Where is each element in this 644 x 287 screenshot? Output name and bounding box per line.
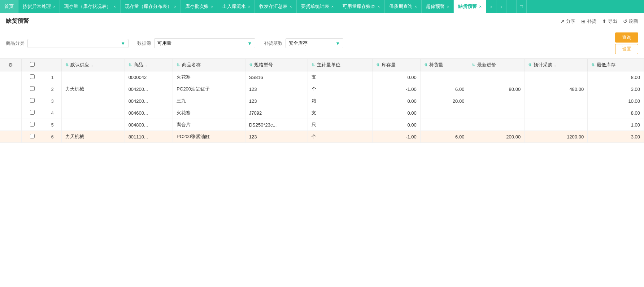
- row-number: 1: [43, 71, 61, 83]
- filter-bar: 商品分类 ▼ 数据源 可用量 ▼ 补货基数 安全库存 ▼ 查询 设置: [0, 28, 644, 59]
- row-number: 2: [43, 83, 61, 95]
- tab-overstock[interactable]: 超储预警 ×: [422, 0, 454, 13]
- row-stock-qty: 0.00: [373, 95, 421, 107]
- select-all-checkbox[interactable]: [30, 62, 35, 67]
- settings-button[interactable]: 设置: [615, 44, 638, 54]
- col-replenish-qty[interactable]: ⇅ 补货量: [420, 59, 468, 71]
- row-default-supplier: [61, 119, 125, 131]
- col-estimated-purchase[interactable]: ⇅ 预计采购...: [525, 59, 588, 71]
- tab-maximize-btn[interactable]: □: [517, 0, 527, 13]
- row-checkbox[interactable]: [30, 134, 35, 138]
- close-shortage-tab[interactable]: ×: [479, 4, 481, 9]
- table-row: 2 力天机械 004200... PC200油缸缸子 123 个 -1.00 6…: [0, 83, 644, 95]
- row-checkbox[interactable]: [30, 122, 35, 127]
- close-inout-flow-tab[interactable]: ×: [248, 4, 250, 9]
- close-inventory-dist-tab[interactable]: ×: [174, 4, 176, 9]
- query-button[interactable]: 查询: [615, 32, 638, 43]
- tab-bar: 首页 拣货异常处理 × 现存量（库存状况表） × 现存量（库存分布表） × 库存…: [0, 0, 644, 13]
- category-select[interactable]: ▼: [27, 39, 129, 48]
- table-row: 3 004200... 三九 123 箱 0.00 20.00 10.00: [0, 95, 644, 107]
- datasource-select[interactable]: 可用量 ▼: [154, 38, 255, 48]
- datasource-filter-group: 数据源 可用量 ▼: [137, 38, 255, 48]
- close-order-stats-tab[interactable]: ×: [331, 4, 334, 9]
- product-name-sort-icon: ⇅: [177, 63, 180, 67]
- row-checkbox[interactable]: [30, 74, 35, 79]
- refresh-button[interactable]: ↺ 刷新: [623, 18, 638, 25]
- row-settings-cell: [0, 71, 22, 83]
- row-checkbox[interactable]: [30, 98, 35, 103]
- tab-order-stats[interactable]: 要货单统计表 ×: [297, 0, 338, 13]
- close-overstock-tab[interactable]: ×: [447, 4, 449, 9]
- tab-inventory-dist[interactable]: 现存量（库存分布表） ×: [121, 0, 181, 13]
- row-checkbox-cell[interactable]: [22, 131, 43, 143]
- col-latest-price[interactable]: ⇅ 最新进价: [468, 59, 525, 71]
- share-button[interactable]: ↗ 分享: [560, 18, 575, 25]
- tab-shortage[interactable]: 缺货预警 ×: [454, 0, 486, 13]
- datasource-value: 可用量: [157, 40, 171, 47]
- row-checkbox-cell[interactable]: [22, 107, 43, 119]
- row-latest-price: [468, 107, 525, 119]
- row-checkbox-cell[interactable]: [22, 119, 43, 131]
- row-min-stock: 10.00: [588, 95, 644, 107]
- tab-inventory-status[interactable]: 现存量（库存状况表） ×: [60, 0, 120, 13]
- row-default-supplier: [61, 107, 125, 119]
- replenish-base-select[interactable]: 安全库存 ▼: [286, 38, 343, 48]
- export-button[interactable]: ⬆ 导出: [602, 18, 617, 25]
- close-recv-summary-tab[interactable]: ×: [290, 4, 292, 9]
- replenish-base-arrow-icon: ▼: [335, 41, 340, 46]
- row-unit: 箱: [308, 95, 373, 107]
- row-stock-qty: 0.00: [373, 119, 421, 131]
- close-expiry-query-tab[interactable]: ×: [415, 4, 417, 9]
- col-product-code[interactable]: ⇅ 商品...: [125, 59, 173, 71]
- row-checkbox[interactable]: [30, 86, 35, 91]
- row-product-name: 离合片: [173, 119, 245, 131]
- tab-batch-account[interactable]: 库存批次账 ×: [181, 0, 218, 13]
- col-min-stock[interactable]: ⇅ 最低库存: [588, 59, 644, 71]
- row-min-stock: 1.00: [588, 119, 644, 131]
- tab-next-btn[interactable]: ›: [496, 0, 506, 13]
- row-product-name: PC200油缸缸子: [173, 83, 245, 95]
- replenish-base-value: 安全库存: [289, 40, 308, 47]
- stock-sort-icon: ⇅: [376, 63, 379, 67]
- col-settings[interactable]: ⚙: [0, 59, 22, 71]
- tab-minimize-btn[interactable]: —: [506, 0, 517, 13]
- col-checkbox[interactable]: [22, 59, 43, 71]
- row-product-name: PC200张紧油缸: [173, 131, 245, 143]
- col-stock-qty[interactable]: ⇅ 库存量: [373, 59, 421, 71]
- row-number: 6: [43, 131, 61, 143]
- row-min-stock: 8.00: [588, 107, 644, 119]
- close-inventory-status-tab[interactable]: ×: [113, 4, 116, 9]
- row-replenish-qty: [420, 71, 468, 83]
- tab-prev-btn[interactable]: ‹: [486, 0, 496, 13]
- estimated-sort-icon: ⇅: [528, 63, 531, 67]
- row-checkbox-cell[interactable]: [22, 71, 43, 83]
- close-exception-tab[interactable]: ×: [53, 4, 55, 9]
- tab-exception[interactable]: 拣货异常处理 ×: [18, 0, 60, 13]
- row-checkbox-cell[interactable]: [22, 83, 43, 95]
- row-checkbox-cell[interactable]: [22, 95, 43, 107]
- row-latest-price: [468, 95, 525, 107]
- row-stock-qty: -1.00: [373, 131, 421, 143]
- row-checkbox[interactable]: [30, 110, 35, 115]
- row-estimated-purchase: [525, 71, 588, 83]
- tab-inout-flow[interactable]: 出入库流水 ×: [218, 0, 255, 13]
- row-spec-model: J7092: [245, 107, 308, 119]
- replenish-button[interactable]: ⊞ 补货: [581, 18, 596, 25]
- close-available-ledger-tab[interactable]: ×: [378, 4, 380, 9]
- col-unit[interactable]: ⇅ 主计量单位: [308, 59, 373, 71]
- tab-available-ledger[interactable]: 可用量库存账本 ×: [338, 0, 384, 13]
- export-icon: ⬆: [602, 18, 606, 24]
- row-estimated-purchase: [525, 119, 588, 131]
- col-product-name[interactable]: ⇅ 商品名称: [173, 59, 245, 71]
- col-default-supplier[interactable]: ⇅ 默认供应...: [61, 59, 125, 71]
- tab-home[interactable]: 首页: [0, 0, 18, 13]
- col-spec-model[interactable]: ⇅ 规格型号: [245, 59, 308, 71]
- close-batch-account-tab[interactable]: ×: [211, 4, 213, 9]
- row-product-name: 火花塞: [173, 107, 245, 119]
- tab-expiry-query[interactable]: 保质期查询 ×: [385, 0, 422, 13]
- tab-recv-summary[interactable]: 收发存汇总表 ×: [255, 0, 296, 13]
- data-table: ⚙ ⇅ 默认供应... ⇅ 商品... ⇅: [0, 59, 644, 143]
- row-estimated-purchase: [525, 107, 588, 119]
- row-product-code: 004200...: [125, 95, 173, 107]
- main-content: 缺货预警 ↗ 分享 ⊞ 补货 ⬆ 导出 ↺ 刷新 商品分类: [0, 13, 644, 287]
